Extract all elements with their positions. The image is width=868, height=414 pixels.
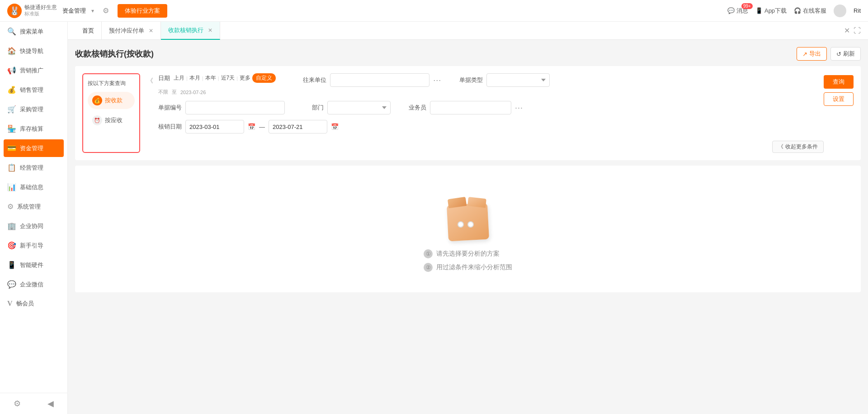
person-input[interactable] bbox=[430, 101, 511, 114]
sales-icon: 💰 bbox=[7, 86, 16, 94]
settings-button[interactable]: 设置 bbox=[824, 92, 854, 106]
expand-icon[interactable]: ⛶ bbox=[854, 27, 861, 35]
counterpart-more-icon[interactable]: ··· bbox=[433, 76, 441, 85]
doc-type-select[interactable] bbox=[486, 73, 550, 87]
search-icon: 🔍 bbox=[7, 27, 16, 36]
sidebar-item-basic-info[interactable]: 📊 基础信息 bbox=[0, 177, 67, 197]
write-off-start-input[interactable] bbox=[185, 120, 244, 133]
query-btn-group: 查询 设置 bbox=[824, 73, 854, 106]
online-service-button[interactable]: 🎧 在线客服 bbox=[794, 7, 826, 15]
doc-number-field: 单据编号 bbox=[158, 101, 285, 114]
date-value: 2023-07-26 bbox=[180, 90, 206, 95]
sidebar-item-vip[interactable]: V 畅会员 bbox=[0, 294, 67, 313]
sidebar-item-label: 企业协同 bbox=[20, 222, 43, 230]
sidebar-item-label: 新手引导 bbox=[20, 242, 43, 250]
app-logo: 🐰 畅捷通好生意 标准版 bbox=[7, 4, 57, 18]
divider: | bbox=[202, 76, 203, 81]
chevron-down-icon[interactable]: ▾ bbox=[91, 8, 94, 14]
app-download-button[interactable]: 📱 App下载 bbox=[755, 7, 787, 15]
filter-row-3: 核销日期 📅 — 📅 bbox=[158, 120, 824, 133]
doc-number-label: 单据编号 bbox=[158, 104, 182, 112]
export-icon: ↗ bbox=[802, 51, 807, 57]
tab-close-icon[interactable]: ✕ bbox=[149, 28, 153, 34]
date-tab-more[interactable]: 更多 bbox=[240, 74, 250, 82]
sidebar-item-purchase[interactable]: 🛒 采购管理 bbox=[0, 100, 67, 119]
filter-option-by-receipt[interactable]: 💰 按收款 bbox=[88, 92, 135, 109]
sidebar-item-label: 销售管理 bbox=[20, 86, 43, 94]
hint-text-1: 请先选择要分析的方案 bbox=[436, 250, 500, 258]
sidebar-item-sales[interactable]: 💰 销售管理 bbox=[0, 80, 67, 100]
collapse-more-label: 收起更多条件 bbox=[785, 143, 818, 151]
wechat-icon: 💬 bbox=[7, 280, 16, 289]
tab-bar: 首页 预付冲应付单 ✕ 收款核销执行 ✕ ✕ ⛶ bbox=[68, 22, 868, 40]
date-note-row: 不限 至 2023-07-26 bbox=[158, 89, 824, 95]
sidebar-item-label: 库存核算 bbox=[20, 125, 43, 133]
tab-close-icon[interactable]: ✕ bbox=[208, 27, 212, 33]
empty-hint-1: ① 请先选择要分析的方案 bbox=[424, 249, 500, 258]
sidebar-item-quick-nav[interactable]: 🏠 快捷导航 bbox=[0, 41, 67, 61]
inventory-icon: 🏪 bbox=[7, 124, 16, 133]
empty-hint-2: ② 用过滤条件来缩小分析范围 bbox=[424, 263, 512, 272]
dept-select[interactable] bbox=[327, 101, 391, 114]
sidebar-item-label: 畅会员 bbox=[16, 300, 34, 308]
sidebar-item-wechat[interactable]: 💬 企业微信 bbox=[0, 275, 67, 294]
close-window-icon[interactable]: ✕ bbox=[844, 26, 850, 35]
sidebar-item-inventory[interactable]: 🏪 库存核算 bbox=[0, 119, 67, 138]
logo-name: 畅捷通好生意 bbox=[24, 4, 57, 10]
logo-text-block: 畅捷通好生意 标准版 bbox=[24, 4, 57, 17]
date-tab-this-year[interactable]: 本年 bbox=[205, 74, 216, 82]
tab-home[interactable]: 首页 bbox=[75, 22, 102, 40]
main-layout: 🔍 搜索菜单 🏠 快捷导航 📢 营销推广 💰 销售管理 🛒 采购管理 🏪 库存核… bbox=[0, 22, 868, 414]
sidebar-item-hardware[interactable]: 📱 智能硬件 bbox=[0, 255, 67, 275]
empty-hints: ① 请先选择要分析的方案 ② 用过滤条件来缩小分析范围 bbox=[424, 249, 512, 272]
sidebar-item-marketing[interactable]: 📢 营销推广 bbox=[0, 61, 67, 80]
date-tab-this-month[interactable]: 本月 bbox=[189, 74, 200, 82]
sidebar-item-search-menu[interactable]: 🔍 搜索菜单 bbox=[0, 22, 67, 41]
sidebar-item-guide[interactable]: 🎯 新手引导 bbox=[0, 236, 67, 255]
filter-option-by-receivable[interactable]: ⏰ 按应收 bbox=[88, 112, 135, 129]
message-button[interactable]: 💬 消息 99+ bbox=[727, 7, 748, 15]
empty-flap-right bbox=[467, 197, 486, 208]
receivable-icon: ⏰ bbox=[92, 115, 102, 125]
page-title-actions: ↗ 导出 ↺ 刷新 bbox=[797, 47, 861, 61]
settings-bottom-icon[interactable]: ⚙ bbox=[14, 399, 21, 409]
sidebar-item-system[interactable]: ⚙ 系统管理 bbox=[0, 197, 67, 216]
collapse-sidebar-icon[interactable]: ◀ bbox=[47, 399, 54, 409]
sidebar-item-funds[interactable]: 💳 资金管理 bbox=[4, 139, 64, 157]
chevron-up-icon: 《 bbox=[778, 143, 783, 151]
date-tab-custom[interactable]: 自定义 bbox=[252, 73, 276, 83]
sidebar-item-operations[interactable]: 📋 经营管理 bbox=[0, 158, 67, 177]
sidebar-item-label: 智能硬件 bbox=[20, 261, 43, 269]
date-tab-7days[interactable]: 近7天 bbox=[221, 74, 235, 82]
filter-option-label: 按收款 bbox=[105, 96, 123, 105]
headset-icon: 🎧 bbox=[794, 7, 801, 14]
basic-info-icon: 📊 bbox=[7, 183, 16, 191]
collapse-arrow-button[interactable]: 《 bbox=[146, 73, 155, 85]
calendar-end-icon[interactable]: 📅 bbox=[331, 123, 339, 130]
counterpart-input[interactable] bbox=[330, 73, 429, 87]
person-more-icon[interactable]: ··· bbox=[515, 103, 523, 113]
tab-collection[interactable]: 收款核销执行 ✕ bbox=[161, 22, 220, 40]
hardware-icon: 📱 bbox=[7, 261, 16, 269]
tab-prepay[interactable]: 预付冲应付单 ✕ bbox=[102, 22, 161, 40]
date-to-text: 至 bbox=[172, 89, 177, 95]
calendar-start-icon[interactable]: 📅 bbox=[248, 123, 255, 130]
enterprise-icon: 🏢 bbox=[7, 222, 16, 230]
collapse-more-button[interactable]: 《 收起更多条件 bbox=[772, 141, 824, 153]
write-off-end-input[interactable] bbox=[269, 120, 327, 133]
gear-icon[interactable]: ⚙ bbox=[99, 5, 112, 17]
doc-number-input[interactable] bbox=[185, 101, 285, 114]
refresh-button[interactable]: ↺ 刷新 bbox=[830, 47, 861, 61]
sidebar-item-enterprise[interactable]: 🏢 企业协同 bbox=[0, 216, 67, 236]
receipt-icon: 💰 bbox=[92, 95, 102, 105]
filter-row-2: 单据编号 部门 业务员 bbox=[158, 101, 824, 114]
sidebar-item-label: 营销推广 bbox=[20, 67, 43, 75]
date-tab-last-month[interactable]: 上月 bbox=[174, 74, 184, 82]
date-tabs: 上月 | 本月 | 本年 | 近7天 | 更多 自定义 bbox=[174, 73, 276, 83]
query-button[interactable]: 查询 bbox=[824, 75, 854, 89]
export-button[interactable]: ↗ 导出 bbox=[797, 47, 827, 61]
filter-option-label: 按应收 bbox=[105, 116, 123, 124]
solution-button[interactable]: 体验行业方案 bbox=[118, 4, 167, 18]
avatar[interactable] bbox=[834, 5, 846, 17]
divider: | bbox=[236, 76, 238, 81]
